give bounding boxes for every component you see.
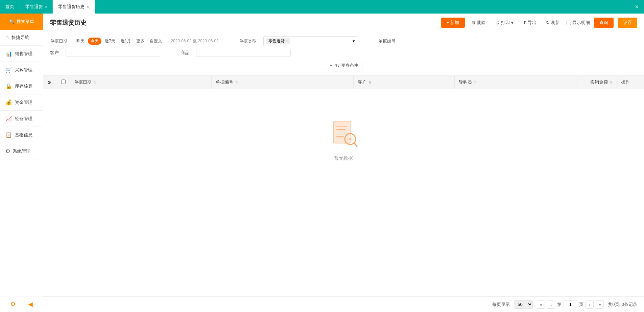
sidebar-item-inventory[interactable]: 🔒 库存核算 xyxy=(0,78,43,94)
th-actions: 操作 xyxy=(617,76,644,89)
finance-icon: 💰 xyxy=(5,99,12,106)
page-number-input[interactable] xyxy=(564,300,577,308)
toolbar: + 新增 🗑 删除 🖨 打印 ▾ ⬆ 导出 ↻ 刷新 显示明细 xyxy=(441,18,637,28)
collapse-filter-btn[interactable]: ∧ 收起更多条件 xyxy=(325,61,362,70)
refresh-button[interactable]: ↻ 刷新 xyxy=(543,18,563,27)
date-btn-7days[interactable]: 近7天 xyxy=(103,38,117,45)
sidebar-item-basic-info[interactable]: 📋 基础信息 xyxy=(0,127,43,143)
show-detail-checkbox[interactable] xyxy=(567,21,571,25)
sort-guide-icon[interactable]: ⇅ xyxy=(474,81,477,84)
sidebar-item-business-mgmt[interactable]: 📈 经营管理 xyxy=(0,111,43,127)
date-btn-more[interactable]: 更多 xyxy=(134,38,146,45)
date-btn-1month[interactable]: 近1月 xyxy=(119,38,133,45)
top-bar: 首页 零售退货 × 零售退货历史 × × xyxy=(0,0,644,14)
th-settings[interactable]: ⚙ xyxy=(43,76,57,89)
query-button[interactable]: 查询 xyxy=(594,18,614,28)
export-button[interactable]: ⬆ 导出 xyxy=(520,18,540,27)
customer-select[interactable]: ... xyxy=(66,49,160,57)
doc-type-select[interactable]: 零售退货 × ▾ xyxy=(263,36,358,46)
show-detail-checkbox-wrapper: 显示明细 xyxy=(567,20,590,26)
tab-retail-return[interactable]: 零售退货 × xyxy=(20,0,53,14)
th-customer: 客户 ⇅ xyxy=(354,76,455,89)
close-tab-retail-return-history[interactable]: × xyxy=(87,5,89,9)
empty-illustration xyxy=(327,116,360,150)
tab-retail-return-history[interactable]: 零售退货历史 × xyxy=(53,0,94,14)
date-btn-group: 昨天 今天 近7天 近1月 更多 自定义 xyxy=(74,38,164,45)
print-dropdown-icon: ▾ xyxy=(511,20,514,25)
sort-number-icon[interactable]: ⇅ xyxy=(235,81,238,84)
main-layout: 🔍 搜索菜单 ⌂ 快捷导航 📊 销售管理 🛒 采购管理 🔒 库存核算 💰 资金管… xyxy=(0,14,644,312)
new-button[interactable]: + 新增 xyxy=(441,18,464,28)
th-date: 单据日期 ⇅ xyxy=(70,76,212,89)
sidebar-item-purchase-mgmt[interactable]: 🛒 采购管理 xyxy=(0,62,43,78)
info-icon: 📋 xyxy=(5,132,12,138)
date-btn-today[interactable]: 今天 xyxy=(88,38,101,45)
settings-gear-icon[interactable]: ⚙ xyxy=(47,80,51,85)
sidebar-item-quick-nav[interactable]: ⌂ 快捷导航 xyxy=(0,30,43,46)
per-page-label: 每页显示 xyxy=(492,302,510,308)
svg-line-7 xyxy=(354,143,357,146)
customer-label: 客户 xyxy=(50,50,59,56)
table-body: 暂无数据 xyxy=(43,89,644,189)
settings-icon[interactable]: ⚙ xyxy=(10,300,16,308)
sidebar-item-sales-mgmt[interactable]: 📊 销售管理 xyxy=(0,46,43,62)
sort-amount-icon[interactable]: ⇅ xyxy=(610,81,613,84)
content-area: 零售退货历史 + 新增 🗑 删除 🖨 打印 ▾ ⬆ 导出 ↻ 刷新 xyxy=(43,14,644,312)
close-tab-retail-return[interactable]: × xyxy=(45,5,47,9)
chart-icon: 📊 xyxy=(5,50,12,57)
home-icon: ⌂ xyxy=(5,35,9,41)
th-number: 单据编号 ⇅ xyxy=(212,76,354,89)
table-header: ⚙ 单据日期 ⇅ 单据编号 ⇅ xyxy=(43,76,644,89)
sort-date-icon[interactable]: ⇅ xyxy=(93,81,96,84)
next-page-button[interactable]: › xyxy=(586,300,594,309)
page-nav: « ‹ 第 页 › » xyxy=(537,300,604,309)
cart-icon: 🛒 xyxy=(5,67,12,73)
last-page-button[interactable]: » xyxy=(596,300,604,309)
data-table: ⚙ 单据日期 ⇅ 单据编号 ⇅ xyxy=(43,76,644,188)
show-detail-label: 显示明细 xyxy=(572,20,590,26)
date-label: 单据日期 xyxy=(50,38,68,44)
sidebar-item-finance-mgmt[interactable]: 💰 资金管理 xyxy=(0,94,43,111)
window-close-button[interactable]: × xyxy=(629,0,644,14)
filter-row-1: 单据日期 昨天 今天 近7天 近1月 更多 自定义 2023-06-02 至 2… xyxy=(50,36,637,46)
system-icon: ⚙ xyxy=(5,148,10,154)
collapse-sidebar-icon[interactable]: ◀ xyxy=(28,300,33,308)
sidebar: 🔍 搜索菜单 ⌂ 快捷导航 📊 销售管理 🛒 采购管理 🔒 库存核算 💰 资金管… xyxy=(0,14,43,312)
doc-number-label: 单据编号 xyxy=(378,38,396,44)
print-button[interactable]: 🖨 打印 ▾ xyxy=(493,18,516,27)
doc-type-label: 单据类型 xyxy=(239,38,257,44)
business-icon: 📈 xyxy=(5,115,12,122)
per-page-select[interactable]: 20 50 100 xyxy=(514,300,533,309)
date-btn-yesterday[interactable]: 昨天 xyxy=(74,38,87,45)
settings-button[interactable]: 设置 xyxy=(618,18,637,28)
page-header: 零售退货历史 + 新增 🗑 删除 🖨 打印 ▾ ⬆ 导出 ↻ 刷新 xyxy=(43,14,644,32)
date-btn-custom[interactable]: 自定义 xyxy=(148,38,164,45)
first-page-button[interactable]: « xyxy=(537,300,545,309)
doc-type-tag: 零售退货 × xyxy=(266,38,290,44)
empty-text: 暂无数据 xyxy=(334,155,353,161)
prev-page-button[interactable]: ‹ xyxy=(547,300,555,309)
empty-state: 暂无数据 xyxy=(43,89,644,188)
filter-area: 单据日期 昨天 今天 近7天 近1月 更多 自定义 2023-06-02 至 2… xyxy=(43,32,644,76)
page-label: 第 xyxy=(557,302,562,308)
date-range-display: 2023-06-02 至 2023-06-02 xyxy=(171,38,218,44)
sidebar-search[interactable]: 🔍 搜索菜单 xyxy=(0,14,43,30)
svg-point-8 xyxy=(349,138,351,140)
sidebar-item-system-mgmt[interactable]: ⚙ 系统管理 xyxy=(0,143,43,159)
doc-type-tag-close[interactable]: × xyxy=(286,39,288,43)
th-checkbox[interactable] xyxy=(57,76,70,89)
pagination-bar: 每页显示 20 50 100 « ‹ 第 页 › » 共0页, 0条记录 xyxy=(43,296,644,312)
doc-type-dropdown-icon: ▾ xyxy=(353,39,355,44)
page-unit: 页 xyxy=(579,302,583,308)
tab-home[interactable]: 首页 xyxy=(0,0,20,14)
select-all-checkbox[interactable] xyxy=(61,80,66,84)
goods-label: 商品 xyxy=(181,50,189,56)
delete-button[interactable]: 🗑 删除 xyxy=(469,18,489,27)
sidebar-bottom: ⚙ ◀ xyxy=(0,296,43,312)
th-guide: 导购员 ⇅ xyxy=(455,76,576,89)
total-label: 共0页, 0条记录 xyxy=(608,302,637,308)
th-amount: 实销金额 ⇅ xyxy=(576,76,617,89)
goods-select[interactable]: ... xyxy=(196,49,291,57)
doc-number-input[interactable] xyxy=(403,37,477,45)
sort-customer-icon[interactable]: ⇅ xyxy=(368,81,371,84)
